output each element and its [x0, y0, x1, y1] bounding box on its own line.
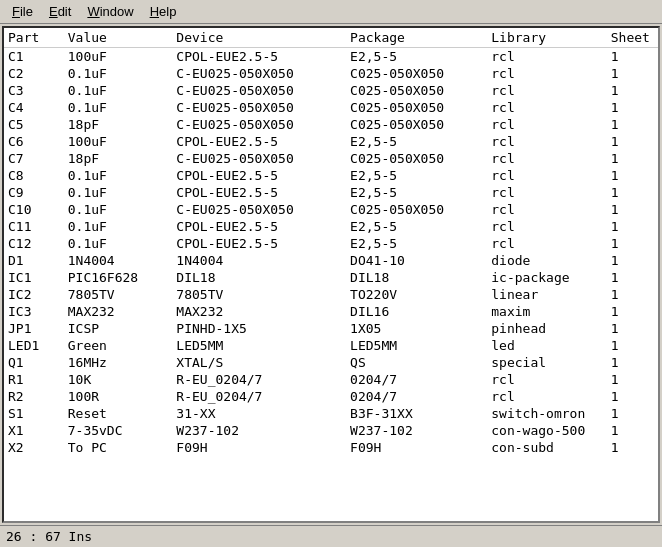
table-row[interactable]: S1Reset31-XXB3F-31XXswitch-omron1 — [4, 405, 658, 422]
cell-col-library-8: rcl — [487, 184, 606, 201]
col-header-library: Library — [487, 28, 606, 48]
cell-col-library-2: rcl — [487, 82, 606, 99]
cell-col-sheet-1: 1 — [607, 65, 658, 82]
table-row[interactable]: C110.1uFCPOL-EUE2.5-5E2,5-5rcl1 — [4, 218, 658, 235]
cell-col-package-6: C025-050X050 — [346, 150, 487, 167]
menubar: File Edit Window Help — [0, 0, 662, 24]
menu-help[interactable]: Help — [142, 2, 185, 21]
cell-col-library-12: diode — [487, 252, 606, 269]
table-row[interactable]: C718pFC-EU025-050X050C025-050X050rcl1 — [4, 150, 658, 167]
cell-col-package-10: E2,5-5 — [346, 218, 487, 235]
cell-col-sheet-10: 1 — [607, 218, 658, 235]
cell-col-package-21: B3F-31XX — [346, 405, 487, 422]
cell-col-sheet-22: 1 — [607, 422, 658, 439]
cell-col-library-13: ic-package — [487, 269, 606, 286]
cell-col-device-9: C-EU025-050X050 — [172, 201, 346, 218]
menu-window[interactable]: Window — [79, 2, 141, 21]
table-row[interactable]: IC3MAX232MAX232DIL16maxim1 — [4, 303, 658, 320]
table-row[interactable]: D11N40041N4004DO41-10diode1 — [4, 252, 658, 269]
cell-col-sheet-7: 1 — [607, 167, 658, 184]
cell-col-library-21: switch-omron — [487, 405, 606, 422]
cell-col-package-17: LED5MM — [346, 337, 487, 354]
cell-col-sheet-20: 1 — [607, 388, 658, 405]
cell-col-part-13: IC1 — [4, 269, 64, 286]
cell-col-device-4: C-EU025-050X050 — [172, 116, 346, 133]
cell-col-part-17: LED1 — [4, 337, 64, 354]
cell-col-value-6: 18pF — [64, 150, 173, 167]
table-row[interactable]: C518pFC-EU025-050X050C025-050X050rcl1 — [4, 116, 658, 133]
cell-col-sheet-0: 1 — [607, 48, 658, 66]
cell-col-device-8: CPOL-EUE2.5-5 — [172, 184, 346, 201]
cell-col-device-15: MAX232 — [172, 303, 346, 320]
table-header-row: Part Value Device Package Library Sheet — [4, 28, 658, 48]
table-row[interactable]: R110KR-EU_0204/70204/7rcl1 — [4, 371, 658, 388]
cell-col-device-14: 7805TV — [172, 286, 346, 303]
table-row[interactable]: IC27805TV7805TVTO220Vlinear1 — [4, 286, 658, 303]
cell-col-sheet-14: 1 — [607, 286, 658, 303]
cell-col-library-19: rcl — [487, 371, 606, 388]
table-row[interactable]: C1100uFCPOL-EUE2.5-5E2,5-5rcl1 — [4, 48, 658, 66]
menu-edit[interactable]: Edit — [41, 2, 79, 21]
table-row[interactable]: JP1ICSPPINHD-1X51X05pinhead1 — [4, 320, 658, 337]
table-row[interactable]: X2To PCF09HF09Hcon-subd1 — [4, 439, 658, 456]
table-row[interactable]: Q116MHzXTAL/SQSspecial1 — [4, 354, 658, 371]
table-row[interactable]: C100.1uFC-EU025-050X050C025-050X050rcl1 — [4, 201, 658, 218]
cell-col-part-15: IC3 — [4, 303, 64, 320]
cell-col-package-7: E2,5-5 — [346, 167, 487, 184]
table-row[interactable]: C6100uFCPOL-EUE2.5-5E2,5-5rcl1 — [4, 133, 658, 150]
cell-col-part-2: C3 — [4, 82, 64, 99]
cell-col-sheet-17: 1 — [607, 337, 658, 354]
cell-col-value-23: To PC — [64, 439, 173, 456]
cell-col-part-22: X1 — [4, 422, 64, 439]
cell-col-value-12: 1N4004 — [64, 252, 173, 269]
table-row[interactable]: C30.1uFC-EU025-050X050C025-050X050rcl1 — [4, 82, 658, 99]
table-row[interactable]: C40.1uFC-EU025-050X050C025-050X050rcl1 — [4, 99, 658, 116]
cell-col-library-6: rcl — [487, 150, 606, 167]
cell-col-package-15: DIL16 — [346, 303, 487, 320]
cell-col-sheet-13: 1 — [607, 269, 658, 286]
cell-col-value-15: MAX232 — [64, 303, 173, 320]
cell-col-value-2: 0.1uF — [64, 82, 173, 99]
cell-col-value-22: 7-35vDC — [64, 422, 173, 439]
table-row[interactable]: C20.1uFC-EU025-050X050C025-050X050rcl1 — [4, 65, 658, 82]
cell-col-part-12: D1 — [4, 252, 64, 269]
status-text: 26 : 67 Ins — [6, 529, 92, 544]
table-row[interactable]: IC1PIC16F628DIL18DIL18ic-package1 — [4, 269, 658, 286]
cell-col-device-13: DIL18 — [172, 269, 346, 286]
statusbar: 26 : 67 Ins — [0, 525, 662, 547]
cell-col-part-1: C2 — [4, 65, 64, 82]
cell-col-sheet-8: 1 — [607, 184, 658, 201]
table-row[interactable]: LED1GreenLED5MMLED5MMled1 — [4, 337, 658, 354]
cell-col-part-5: C6 — [4, 133, 64, 150]
cell-col-sheet-9: 1 — [607, 201, 658, 218]
cell-col-sheet-19: 1 — [607, 371, 658, 388]
cell-col-library-11: rcl — [487, 235, 606, 252]
table-row[interactable]: C90.1uFCPOL-EUE2.5-5E2,5-5rcl1 — [4, 184, 658, 201]
cell-col-value-20: 100R — [64, 388, 173, 405]
cell-col-device-3: C-EU025-050X050 — [172, 99, 346, 116]
table-row[interactable]: X17-35vDCW237-102W237-102con-wago-5001 — [4, 422, 658, 439]
cell-col-part-21: S1 — [4, 405, 64, 422]
cell-col-package-9: C025-050X050 — [346, 201, 487, 218]
cell-col-library-10: rcl — [487, 218, 606, 235]
cell-col-sheet-21: 1 — [607, 405, 658, 422]
table-row[interactable]: C80.1uFCPOL-EUE2.5-5E2,5-5rcl1 — [4, 167, 658, 184]
cell-col-part-18: Q1 — [4, 354, 64, 371]
cell-col-device-16: PINHD-1X5 — [172, 320, 346, 337]
cell-col-value-7: 0.1uF — [64, 167, 173, 184]
cell-col-library-7: rcl — [487, 167, 606, 184]
cell-col-package-2: C025-050X050 — [346, 82, 487, 99]
cell-col-sheet-15: 1 — [607, 303, 658, 320]
cell-col-device-12: 1N4004 — [172, 252, 346, 269]
menu-file[interactable]: File — [4, 2, 41, 21]
cell-col-value-10: 0.1uF — [64, 218, 173, 235]
table-row[interactable]: C120.1uFCPOL-EUE2.5-5E2,5-5rcl1 — [4, 235, 658, 252]
cell-col-sheet-5: 1 — [607, 133, 658, 150]
cell-col-sheet-3: 1 — [607, 99, 658, 116]
cell-col-sheet-11: 1 — [607, 235, 658, 252]
cell-col-package-12: DO41-10 — [346, 252, 487, 269]
cell-col-device-5: CPOL-EUE2.5-5 — [172, 133, 346, 150]
cell-col-value-9: 0.1uF — [64, 201, 173, 218]
table-row[interactable]: R2100RR-EU_0204/70204/7rcl1 — [4, 388, 658, 405]
bom-table-container: Part Value Device Package Library Sheet … — [2, 26, 660, 523]
